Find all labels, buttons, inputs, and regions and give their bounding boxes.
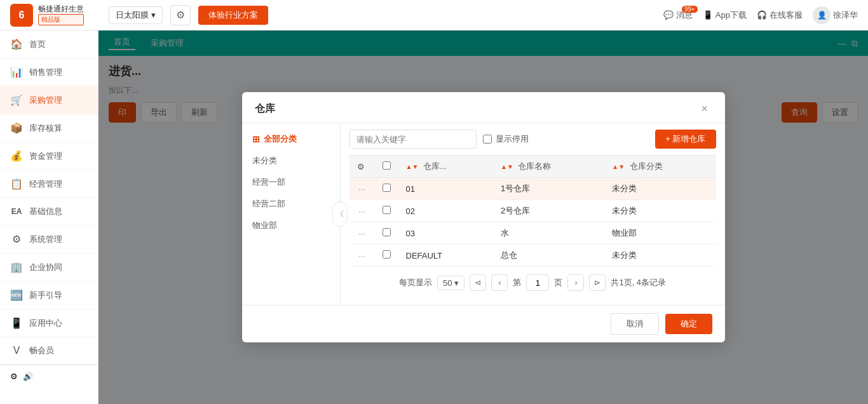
sidebar-item-purchase[interactable]: 🛒 采购管理	[0, 86, 98, 114]
row-category-1: 未分类	[604, 200, 715, 222]
row-checkbox-2[interactable]	[383, 228, 391, 236]
th-category[interactable]: ▲▼ 仓库分类	[604, 156, 715, 178]
table-container: ⚙ ▲▼ 仓库...	[349, 155, 716, 267]
logo-area: 6 畅捷通好生意 精品版	[10, 4, 109, 27]
sidebar-bottom[interactable]: ⚙ 🔊	[0, 365, 98, 387]
category-all[interactable]: ⊞ 全部分类	[242, 128, 340, 150]
modal-title: 仓库	[255, 102, 275, 116]
sidebar-item-apps[interactable]: 📱 应用中心	[0, 309, 98, 337]
row-cb-1	[375, 200, 398, 222]
sidebar-label-guide: 新手引导	[29, 290, 62, 301]
add-warehouse-button[interactable]: + 新增仓库	[655, 130, 715, 149]
sidebar-item-home[interactable]: 🏠 首页	[0, 30, 98, 58]
speaker-icon: 🔊	[23, 372, 33, 381]
messages-item[interactable]: 💬 消息 99+	[663, 10, 693, 21]
enterprise-icon: 🏢	[10, 261, 23, 273]
user-area[interactable]: 👤 徐泽华	[813, 6, 858, 24]
select-all-checkbox[interactable]	[383, 161, 391, 170]
main-layout: 🏠 首页 📊 销售管理 🛒 采购管理 📦 库存核算 💰 资金管理 📋 经营管理 …	[0, 30, 868, 404]
row-cb-0	[375, 178, 398, 200]
th-code[interactable]: ▲▼ 仓库...	[398, 156, 494, 178]
sidebar-label-home: 首页	[29, 39, 46, 50]
table-row[interactable]: ··· 01 1号仓库 未分类	[349, 178, 716, 200]
th-name[interactable]: ▲▼ 仓库名称	[493, 156, 604, 178]
sidebar-label-vip: 畅会员	[29, 345, 54, 356]
category-collapse-button[interactable]: 《	[332, 201, 348, 227]
logo-icon: 6	[10, 4, 33, 27]
vip-icon: V	[10, 345, 23, 356]
trial-button[interactable]: 体验行业方案	[198, 6, 268, 25]
category-item-1[interactable]: 经营一部	[242, 172, 340, 193]
confirm-button[interactable]: 确定	[665, 314, 712, 334]
search-box: 🔍	[349, 130, 477, 149]
table-body: ··· 01 1号仓库 未分类 ··· 02 2号仓库 未分类 ··· 03 水…	[349, 178, 716, 267]
row-name-3: 总仓	[493, 245, 604, 267]
online-service-item[interactable]: 🎧 在线客服	[757, 10, 803, 21]
grid-icon: ⊞	[252, 134, 260, 144]
show-disabled-checkbox[interactable]	[483, 135, 492, 144]
category-item-2[interactable]: 经营二部	[242, 193, 340, 215]
sidebar-item-enterprise[interactable]: 🏢 企业协同	[0, 253, 98, 281]
sidebar-label-sales: 销售管理	[29, 67, 62, 78]
show-disabled-label[interactable]: 显示停用	[483, 133, 529, 145]
page-prev-button[interactable]: ‹	[491, 274, 508, 291]
page-label: 第	[513, 277, 521, 288]
message-icon: 💬	[663, 10, 674, 20]
app-download-item[interactable]: 📱 App下载	[703, 10, 747, 21]
th-checkbox	[375, 156, 398, 178]
row-checkbox-0[interactable]	[383, 184, 391, 192]
search-input[interactable]	[350, 131, 470, 148]
per-page-select[interactable]: 50 ▾	[437, 276, 465, 290]
system-icon: ⚙	[10, 233, 23, 245]
sidebar-item-finance[interactable]: 💰 资金管理	[0, 142, 98, 170]
search-button[interactable]: 🔍	[470, 130, 477, 148]
sidebar-item-inventory[interactable]: 📦 库存核算	[0, 114, 98, 142]
row-gear-1[interactable]: ···	[349, 200, 375, 222]
row-gear-3[interactable]: ···	[349, 245, 375, 267]
table-row[interactable]: ··· DEFAULT 总仓 未分类	[349, 245, 716, 267]
store-selector[interactable]: 日太阳膜 ▾	[109, 6, 163, 24]
row-checkbox-3[interactable]	[383, 250, 391, 259]
inventory-icon: 📦	[10, 122, 23, 134]
page-next-button[interactable]: ›	[567, 274, 584, 291]
category-item-0[interactable]: 未分类	[242, 150, 340, 172]
sidebar-item-operation[interactable]: 📋 经营管理	[0, 170, 98, 198]
sidebar-label-purchase: 采购管理	[29, 95, 62, 106]
sort-icon-code: ▲▼	[406, 163, 419, 170]
basic-icon: EA	[10, 207, 23, 216]
row-name-1: 2号仓库	[493, 200, 604, 222]
sidebar-item-system[interactable]: ⚙ 系统管理	[0, 226, 98, 253]
row-category-3: 未分类	[604, 245, 715, 267]
sidebar-label-system: 系统管理	[29, 234, 62, 245]
sidebar-item-basic[interactable]: EA 基础信息	[0, 198, 98, 226]
th-gear: ⚙	[349, 156, 375, 178]
warehouse-modal: 仓库 × ⊞ 全部分类 未分类 经营一	[242, 92, 725, 342]
row-checkbox-1[interactable]	[383, 206, 391, 214]
store-name: 日太阳膜	[116, 10, 149, 21]
sort-icon-name: ▲▼	[501, 163, 513, 170]
page-input[interactable]	[526, 274, 549, 291]
page-first-button[interactable]: ⊲	[470, 274, 486, 291]
row-code-2: 03	[398, 222, 494, 245]
modal-close-button[interactable]: ×	[697, 101, 712, 116]
guide-icon: 🆕	[10, 289, 23, 301]
category-item-3[interactable]: 物业部	[242, 215, 340, 236]
cancel-button[interactable]: 取消	[611, 313, 659, 335]
sidebar-item-sales[interactable]: 📊 销售管理	[0, 58, 98, 86]
table-row[interactable]: ··· 03 水 物业部	[349, 222, 716, 245]
sidebar-item-guide[interactable]: 🆕 新手引导	[0, 281, 98, 309]
row-gear-2[interactable]: ···	[349, 222, 375, 245]
row-code-1: 02	[398, 200, 494, 222]
sidebar-item-vip[interactable]: V 畅会员	[0, 337, 98, 365]
page-last-button[interactable]: ⊳	[589, 274, 606, 291]
table-header: ⚙ ▲▼ 仓库...	[349, 156, 716, 178]
row-cb-3	[375, 245, 398, 267]
page-suffix: 页	[554, 277, 562, 288]
settings-icon[interactable]: ⚙	[170, 5, 191, 25]
table-row[interactable]: ··· 02 2号仓库 未分类	[349, 200, 716, 222]
row-category-2: 物业部	[604, 222, 715, 245]
table-panel: 🔍 显示停用 + 新增仓库	[341, 123, 725, 305]
row-gear-0[interactable]: ···	[349, 178, 375, 200]
operation-icon: 📋	[10, 178, 23, 190]
headset-icon: 🎧	[757, 10, 767, 20]
